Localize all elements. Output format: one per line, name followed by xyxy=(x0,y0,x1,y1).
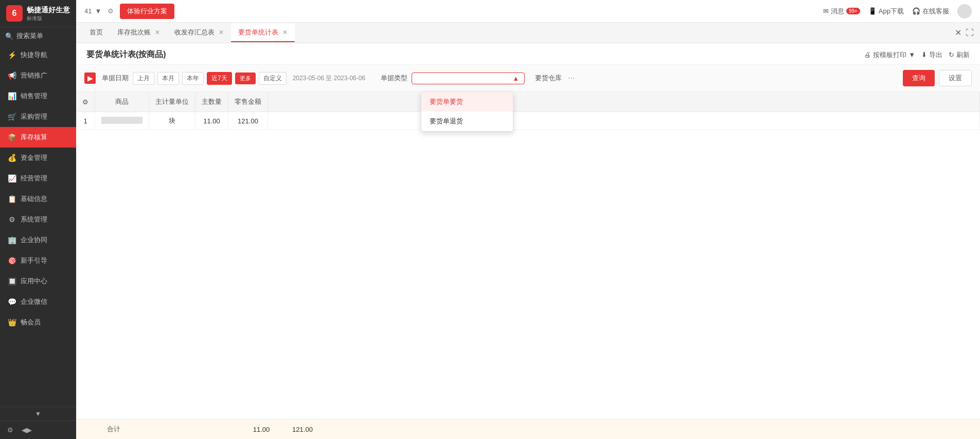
tab-inventory-batch-close[interactable]: ✕ xyxy=(155,29,160,36)
tab-order-stats[interactable]: 要货单统计表 ✕ xyxy=(231,24,295,42)
marketing-icon: 📢 xyxy=(7,71,16,80)
sidebar-label-inventory: 库存核算 xyxy=(21,133,47,142)
messages-badge: 99+ xyxy=(846,8,860,14)
query-button[interactable]: 查询 xyxy=(903,70,935,86)
sidebar-item-finance[interactable]: 💰 资金管理 xyxy=(0,148,76,168)
tab-order-stats-label: 要货单统计表 xyxy=(238,28,278,37)
settings-button[interactable]: 设置 xyxy=(939,70,972,86)
expand-tab-btn[interactable]: ⛶ xyxy=(966,28,974,38)
print-dropdown-icon: ▼ xyxy=(908,51,915,59)
export-btn[interactable]: ⬇ 导出 xyxy=(921,50,942,60)
col-quantity: 主数量 xyxy=(195,92,228,112)
collapse-icon[interactable]: ◀▶ xyxy=(22,426,32,434)
trial-button[interactable]: 体验行业方案 xyxy=(120,4,174,19)
sidebar-item-basic[interactable]: 📋 基础信息 xyxy=(0,189,76,209)
brand-name: 畅捷通好生意 xyxy=(27,5,70,14)
settings-icon[interactable]: ⚙ xyxy=(108,7,114,15)
sidebar-item-purchase[interactable]: 🛒 采购管理 xyxy=(0,106,76,127)
sidebar-search[interactable]: 🔍 搜索菜单 xyxy=(0,27,76,45)
filter-toggle-btn[interactable]: ▶ xyxy=(84,72,96,84)
online-service-label: 在线客服 xyxy=(922,7,949,16)
row-unit: 块 xyxy=(149,112,195,130)
tab-bar: 首页 库存批次账 ✕ 收发存汇总表 ✕ 要货单统计表 ✕ ✕ ⛶ xyxy=(76,23,980,43)
warehouse-more-icon[interactable]: ··· xyxy=(568,74,575,83)
sidebar-item-marketing[interactable]: 📢 营销推广 xyxy=(0,65,76,86)
sidebar-label-sales: 销售管理 xyxy=(21,92,47,101)
sidebar-label-basic: 基础信息 xyxy=(21,194,47,204)
user-avatar[interactable] xyxy=(957,4,972,19)
search-label: 搜索菜单 xyxy=(16,31,43,41)
footer-quantity: 11.00 xyxy=(241,426,282,433)
export-label: 导出 xyxy=(929,50,942,60)
dropdown-item-yaohuo-label: 要货单要货 xyxy=(430,98,463,105)
message-icon: ✉ xyxy=(823,7,829,15)
tab-receivable[interactable]: 收发存汇总表 ✕ xyxy=(167,24,231,42)
product-blurred xyxy=(101,117,142,124)
type-filter-value xyxy=(417,75,419,82)
date-btn-7days[interactable]: 近7天 xyxy=(207,72,232,85)
refresh-btn[interactable]: ↻ 刷新 xyxy=(949,50,970,60)
type-filter-dropdown: 要货单要货 要货单退货 xyxy=(421,92,513,132)
sidebar-item-sales[interactable]: 📊 销售管理 xyxy=(0,86,76,106)
online-service-btn[interactable]: 🎧 在线客服 xyxy=(912,7,949,16)
table-row: 1 块 11.00 121.00 xyxy=(76,112,980,130)
sidebar-item-wechat[interactable]: 💬 企业微信 xyxy=(0,291,76,312)
purchase-icon: 🛒 xyxy=(7,112,16,121)
sidebar-logo: 6 畅捷通好生意 标准版 xyxy=(0,0,76,27)
sidebar-item-app-center[interactable]: 🔲 应用中心 xyxy=(0,271,76,291)
tab-receivable-close[interactable]: ✕ xyxy=(219,29,224,36)
date-btn-this-month[interactable]: 本月 xyxy=(157,72,179,85)
quick-nav-icon: ⚡ xyxy=(7,50,16,60)
search-icon: 🔍 xyxy=(5,32,13,40)
date-btn-custom[interactable]: 自定义 xyxy=(259,72,287,85)
footer-amount: 121.00 xyxy=(282,426,323,433)
sidebar-bottom: ⚙ ◀▶ xyxy=(0,420,76,439)
sidebar-item-inventory[interactable]: 📦 库存核算 xyxy=(0,127,76,148)
sidebar: 6 畅捷通好生意 标准版 🔍 搜索菜单 ⚡ 快捷导航 📢 营销推广 📊 销售管理… xyxy=(0,0,76,439)
store-selector[interactable]: 41 ▼ xyxy=(84,7,101,15)
data-table: ⚙ 商品 主计量单位 主数量 零售金额 xyxy=(76,92,980,130)
wechat-icon: 💬 xyxy=(7,297,16,306)
row-seq: 1 xyxy=(76,112,95,130)
row-amount: 121.00 xyxy=(228,112,268,130)
table-area: ⚙ 商品 主计量单位 主数量 零售金额 xyxy=(76,92,980,419)
sidebar-item-system[interactable]: ⚙ 系统管理 xyxy=(0,209,76,230)
sidebar-label-wechat: 企业微信 xyxy=(21,297,47,306)
app-logo-icon: 6 xyxy=(6,5,23,22)
type-filter-select[interactable]: ▲ xyxy=(412,72,525,84)
sidebar-label-guide: 新手引导 xyxy=(21,256,47,265)
dropdown-item-yaohuo[interactable]: 要货单要货 xyxy=(421,92,513,112)
tab-inventory-batch-label: 库存批次账 xyxy=(117,28,151,37)
col-amount: 零售金额 xyxy=(228,92,268,112)
filter-area: ▶ 单据日期 上月 本月 本年 近7天 更多 自定义 2023-05-06 至 … xyxy=(76,65,980,92)
app-download-label: App下载 xyxy=(879,7,904,16)
date-btn-more[interactable]: 更多 xyxy=(235,72,256,84)
settings-bottom-icon[interactable]: ⚙ xyxy=(7,426,13,434)
date-btn-this-year[interactable]: 本年 xyxy=(182,72,204,85)
close-all-tabs-btn[interactable]: ✕ xyxy=(955,28,961,38)
row-extra xyxy=(268,112,980,130)
sidebar-label-system: 系统管理 xyxy=(21,215,47,224)
tab-inventory-batch[interactable]: 库存批次账 ✕ xyxy=(110,24,167,42)
sidebar-label-app-center: 应用中心 xyxy=(21,277,47,286)
top-header: 41 ▼ ⚙ 体验行业方案 ✉ 消息 99+ 📱 App下载 🎧 在线客服 xyxy=(76,0,980,23)
type-filter-label: 单据类型 xyxy=(381,74,407,83)
refresh-label: 刷新 xyxy=(956,50,970,60)
messages-btn[interactable]: ✉ 消息 99+ xyxy=(823,7,860,16)
print-btn[interactable]: 🖨 按模板打印 ▼ xyxy=(864,50,915,60)
sidebar-item-quick-nav[interactable]: ⚡ 快捷导航 xyxy=(0,45,76,65)
sidebar-label-quick-nav: 快捷导航 xyxy=(21,50,47,60)
sidebar-item-member[interactable]: 👑 畅会员 xyxy=(0,312,76,333)
date-btn-last-month[interactable]: 上月 xyxy=(133,72,154,85)
tab-home[interactable]: 首页 xyxy=(82,24,110,42)
app-download-btn[interactable]: 📱 App下载 xyxy=(868,7,904,16)
sidebar-item-guide[interactable]: 🎯 新手引导 xyxy=(0,250,76,271)
dropdown-item-tuihuo[interactable]: 要货单退货 xyxy=(421,112,513,131)
store-number: 41 xyxy=(84,7,92,15)
tab-order-stats-close[interactable]: ✕ xyxy=(282,29,288,36)
tab-receivable-label: 收发存汇总表 xyxy=(174,28,215,37)
app-center-icon: 🔲 xyxy=(7,277,16,286)
col-settings[interactable]: ⚙ xyxy=(76,92,95,112)
sidebar-item-enterprise[interactable]: 🏢 企业协同 xyxy=(0,230,76,250)
sidebar-item-operation[interactable]: 📈 经营管理 xyxy=(0,168,76,189)
